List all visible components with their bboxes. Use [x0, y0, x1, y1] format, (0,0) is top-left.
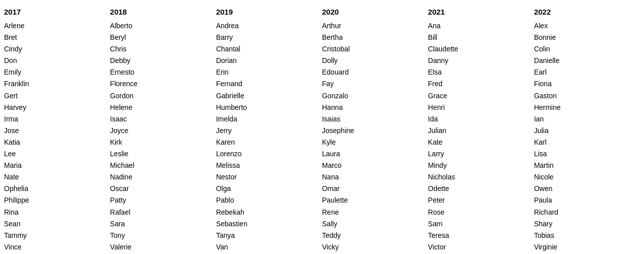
- name-item: Ida: [428, 113, 529, 125]
- name-item: Beryl: [110, 32, 211, 43]
- name-item: Chantal: [216, 43, 317, 55]
- name-item: Dorian: [216, 55, 317, 67]
- name-item: Andrea: [216, 20, 317, 32]
- year-column-2020: 2020ArthurBerthaCristobalDollyEdouardFay…: [322, 6, 428, 254]
- name-item: Dolly: [322, 55, 423, 67]
- name-item: Gaston: [534, 90, 635, 102]
- name-item: Bill: [428, 32, 529, 43]
- name-item: Danny: [428, 55, 529, 67]
- name-item: Sam: [428, 218, 529, 230]
- name-item: Arthur: [322, 20, 423, 32]
- name-item: Rafael: [110, 207, 211, 218]
- year-header-2021: 2021: [428, 6, 529, 18]
- name-item: Virginie: [534, 241, 635, 253]
- name-item: Emily: [4, 67, 105, 78]
- name-item: Bonnie: [534, 32, 635, 43]
- name-item: Mindy: [428, 160, 529, 171]
- name-item: Kate: [428, 137, 529, 148]
- name-item: Alex: [534, 20, 635, 32]
- name-item: Bret: [4, 32, 105, 43]
- name-item: Isaac: [110, 113, 211, 125]
- name-item: Ian: [534, 113, 635, 125]
- name-item: Sally: [322, 218, 423, 230]
- name-item: Debby: [110, 55, 211, 67]
- name-item: Claudette: [428, 43, 529, 55]
- name-item: Larry: [428, 148, 529, 160]
- name-item: Owen: [534, 183, 635, 195]
- name-item: Van: [216, 241, 317, 253]
- year-header-2018: 2018: [110, 6, 211, 18]
- name-item: Florence: [110, 78, 211, 90]
- name-item: Irma: [4, 113, 105, 125]
- name-item: Tanya: [216, 230, 317, 241]
- name-item: Lee: [4, 148, 105, 160]
- name-item: Tony: [110, 230, 211, 241]
- name-item: Gert: [4, 90, 105, 102]
- year-header-2017: 2017: [4, 6, 105, 18]
- name-item: Hermine: [534, 102, 635, 113]
- name-item: Karen: [216, 137, 317, 148]
- year-column-2018: 2018AlbertoBerylChrisDebbyErnestoFlorenc…: [110, 6, 216, 254]
- name-item: Katia: [4, 137, 105, 148]
- name-item: Grace: [428, 90, 529, 102]
- name-item: Arlene: [4, 20, 105, 32]
- name-item: Jerry: [216, 125, 317, 137]
- name-item: Fred: [428, 78, 529, 90]
- name-item: Marco: [322, 160, 423, 171]
- name-item: Valerie: [110, 241, 211, 253]
- name-item: Rose: [428, 207, 529, 218]
- name-item: Olga: [216, 183, 317, 195]
- name-item: Nicholas: [428, 171, 529, 183]
- year-column-2019: 2019AndreaBarryChantalDorianErinFernandG…: [216, 6, 322, 254]
- name-item: Teddy: [322, 230, 423, 241]
- name-item: Fay: [322, 78, 423, 90]
- name-item: Oscar: [110, 183, 211, 195]
- name-item: Richard: [534, 207, 635, 218]
- name-item: Kyle: [322, 137, 423, 148]
- name-item: Gordon: [110, 90, 211, 102]
- name-item: Edouard: [322, 67, 423, 78]
- name-item: Hanna: [322, 102, 423, 113]
- name-item: Colin: [534, 43, 635, 55]
- name-item: Fernand: [216, 78, 317, 90]
- name-item: Elsa: [428, 67, 529, 78]
- name-item: Cindy: [4, 43, 105, 55]
- name-item: Erin: [216, 67, 317, 78]
- name-item: Lorenzo: [216, 148, 317, 160]
- year-header-2022: 2022: [534, 6, 635, 18]
- name-item: Gabrielle: [216, 90, 317, 102]
- name-item: Bertha: [322, 32, 423, 43]
- name-item: Odette: [428, 183, 529, 195]
- name-item: Josephine: [322, 125, 423, 137]
- name-item: Vince: [4, 241, 105, 253]
- name-item: Nadine: [110, 171, 211, 183]
- name-item: Victor: [428, 241, 529, 253]
- name-item: Nate: [4, 171, 105, 183]
- name-item: Julia: [534, 125, 635, 137]
- name-item: Ophelia: [4, 183, 105, 195]
- year-column-2021: 2021AnaBillClaudetteDannyElsaFredGraceHe…: [428, 6, 534, 254]
- name-item: Nestor: [216, 171, 317, 183]
- name-item: Gonzalo: [322, 90, 423, 102]
- name-item: Nana: [322, 171, 423, 183]
- name-item: Henri: [428, 102, 529, 113]
- name-item: Joyce: [110, 125, 211, 137]
- name-item: Rebekah: [216, 207, 317, 218]
- year-column-2017: 2017ArleneBretCindyDonEmilyFranklinGertH…: [4, 6, 110, 254]
- name-item: Don: [4, 55, 105, 67]
- name-item: Chris: [110, 43, 211, 55]
- name-item: Michael: [110, 160, 211, 171]
- name-item: Kirk: [110, 137, 211, 148]
- name-item: Martin: [534, 160, 635, 171]
- name-item: Helene: [110, 102, 211, 113]
- name-item: Leslie: [110, 148, 211, 160]
- name-item: Rina: [4, 207, 105, 218]
- name-item: Teresa: [428, 230, 529, 241]
- name-item: Ernesto: [110, 67, 211, 78]
- name-item: Karl: [534, 137, 635, 148]
- name-item: Ana: [428, 20, 529, 32]
- name-item: Earl: [534, 67, 635, 78]
- name-item: Maria: [4, 160, 105, 171]
- name-item: Philippe: [4, 195, 105, 206]
- name-item: Danielle: [534, 55, 635, 67]
